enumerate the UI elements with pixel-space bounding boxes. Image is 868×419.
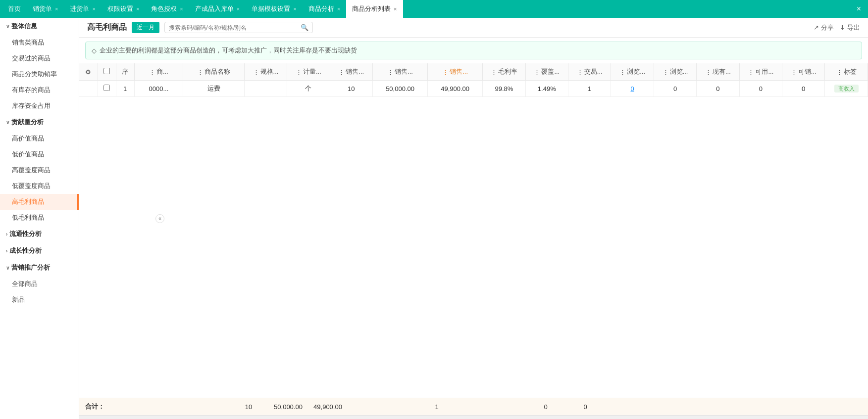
search-box: 🔍 (164, 22, 313, 33)
section-growth[interactable]: › 成长性分析 (0, 242, 79, 259)
nav-sales-order[interactable]: 销货单 × (27, 0, 64, 18)
cell-sales-cost: 49,900.00 (428, 81, 483, 97)
footer-sales-cost: 49,900.00 (308, 403, 348, 411)
footer-label: 合计： (85, 402, 125, 411)
cell-current-stock: 0 (697, 81, 739, 97)
section-arrow-overall: ∨ (6, 24, 9, 29)
close-template[interactable]: × (293, 6, 296, 12)
col-unit[interactable]: ⋮计量... (287, 63, 330, 81)
section-arrow-contribution: ∨ (6, 120, 9, 125)
sidebar-item-low-coverage[interactable]: 低覆盖度商品 (0, 178, 79, 194)
col-sku[interactable]: ⋮商... (134, 63, 183, 81)
cell-saleable-stock: 0 (782, 81, 825, 97)
footer-spacer3 (457, 403, 491, 411)
nav-template[interactable]: 单据模板设置 × (246, 0, 302, 18)
sidebar-collapse-toggle[interactable]: « (155, 214, 164, 223)
sidebar-item-in-stock[interactable]: 有库存的商品 (0, 82, 79, 98)
search-input[interactable] (169, 24, 301, 31)
table-header-row: ⚙ 序 ⋮商... ⋮商品名称 (79, 63, 868, 81)
section-contribution[interactable]: ∨ 贡献量分析 (0, 114, 79, 131)
close-production[interactable]: × (237, 6, 240, 12)
footer-sales-amount: 50,000.00 (268, 403, 308, 411)
col-browse1[interactable]: ⋮浏览... (611, 63, 654, 81)
close-product-analysis[interactable]: × (337, 6, 340, 12)
nav-product-analysis[interactable]: 商品分析 × (303, 0, 346, 18)
sidebar-item-high-value[interactable]: 高价值商品 (0, 131, 79, 146)
col-checkbox (98, 63, 116, 81)
section-arrow-growth: › (6, 248, 7, 254)
cell-settings (79, 81, 98, 97)
search-icon[interactable]: 🔍 (301, 24, 308, 31)
cell-gross-margin: 99.8% (483, 81, 525, 97)
sidebar-item-new-goods[interactable]: 新品 (0, 292, 79, 308)
close-purchase-order[interactable]: × (92, 6, 95, 12)
top-nav: 首页 销货单 × 进货单 × 权限设置 × 角色授权 × 产成品入库单 × 单据… (0, 0, 868, 18)
col-saleable-stock[interactable]: ⋮可销... (782, 63, 825, 81)
info-banner: ◇ 企业的主要的利润都是这部分商品创造的，可考虑加大推广，同时关注库存是不要出现… (85, 42, 862, 59)
close-role[interactable]: × (180, 6, 183, 12)
sidebar-item-sales-goods[interactable]: 销售类商品 (0, 35, 79, 50)
col-available-stock[interactable]: ⋮可用... (739, 63, 782, 81)
cell-sku: 0000... (134, 81, 183, 97)
sidebar-item-low-value[interactable]: 低价值商品 (0, 146, 79, 162)
col-settings[interactable]: ⚙ (79, 63, 98, 81)
nav-permission[interactable]: 权限设置 × (102, 0, 145, 18)
nav-purchase-order[interactable]: 进货单 × (64, 0, 101, 18)
select-all-checkbox[interactable] (103, 68, 110, 74)
data-table: ⚙ 序 ⋮商... ⋮商品名称 (79, 63, 868, 97)
section-liquidity[interactable]: › 流通性分析 (0, 226, 79, 242)
close-all-tabs[interactable]: × (852, 4, 866, 13)
col-spec[interactable]: ⋮规格... (244, 63, 287, 81)
header-actions: ↗ 分享 ⬇ 导出 (814, 23, 860, 32)
nav-home[interactable]: 首页 (2, 0, 27, 18)
col-current-stock[interactable]: ⋮现有... (697, 63, 739, 81)
col-sales-qty[interactable]: ⋮销售... (330, 63, 372, 81)
col-sales-amount[interactable]: ⋮销售... (373, 63, 428, 81)
col-name[interactable]: ⋮商品名称 (183, 63, 244, 81)
row-checkbox[interactable] (103, 85, 110, 91)
sidebar-item-high-coverage[interactable]: 高覆盖度商品 (0, 162, 79, 178)
export-icon: ⬇ (840, 24, 845, 31)
sidebar-item-all-goods[interactable]: 全部商品 (0, 276, 79, 292)
sidebar: ∨ 整体信息 销售类商品 交易过的商品 商品分类助销率 有库存的商品 库存资金占… (0, 18, 79, 419)
section-marketing[interactable]: ∨ 营销推广分析 (0, 259, 79, 276)
section-arrow-marketing: ∨ (6, 265, 9, 271)
close-product-analysis-list[interactable]: × (394, 6, 397, 12)
footer-sales-qty: 10 (229, 403, 268, 411)
share-button[interactable]: ↗ 分享 (814, 23, 834, 32)
table-footer: 合计： 10 50,000.00 49,900.00 1 0 0 (79, 398, 868, 415)
sidebar-item-traded-goods[interactable]: 交易过的商品 (0, 50, 79, 66)
footer-trade-count: 1 (417, 403, 457, 411)
period-button[interactable]: 近一月 (132, 22, 159, 33)
footer-saleable-stock: 0 (565, 403, 605, 411)
sidebar-item-high-margin[interactable]: 高毛利商品 (0, 194, 79, 210)
section-overall-info[interactable]: ∨ 整体信息 (0, 18, 79, 35)
share-icon: ↗ (814, 24, 819, 31)
export-button[interactable]: ⬇ 导出 (840, 23, 860, 32)
close-permission[interactable]: × (136, 6, 139, 12)
table-row: 1 0000... 运费 个 10 50,000.00 49,900.00 99… (79, 81, 868, 97)
sidebar-item-category-rate[interactable]: 商品分类助销率 (0, 66, 79, 82)
sidebar-item-stock-capital[interactable]: 库存资金占用 (0, 98, 79, 114)
footer-spacer1 (125, 403, 229, 411)
table-container: ⚙ 序 ⋮商... ⋮商品名称 (79, 63, 868, 398)
col-gross-margin[interactable]: ⋮毛利率 (483, 63, 525, 81)
close-sales-order[interactable]: × (55, 6, 58, 12)
nav-role[interactable]: 角色授权 × (145, 0, 189, 18)
nav-production[interactable]: 产成品入库单 × (189, 0, 246, 18)
nav-product-analysis-list[interactable]: 商品分析列表 × (346, 0, 403, 18)
cell-unit: 个 (287, 81, 330, 97)
cell-spec (244, 81, 287, 97)
col-sales-cost[interactable]: ⋮销售... (428, 63, 483, 81)
horizontal-scrollbar[interactable] (79, 415, 868, 419)
sidebar-item-low-margin[interactable]: 低毛利商品 (0, 210, 79, 226)
col-trade-count[interactable]: ⋮交易... (568, 63, 611, 81)
footer-cells: 10 50,000.00 49,900.00 1 0 0 (125, 403, 862, 411)
col-coverage[interactable]: ⋮覆盖... (525, 63, 568, 81)
col-tag[interactable]: ⋮标签 (825, 63, 868, 81)
section-arrow-liquidity: › (6, 232, 7, 237)
content-header: 高毛利商品 近一月 🔍 ↗ 分享 ⬇ 导出 (79, 18, 868, 38)
cell-name: 运费 (183, 81, 244, 97)
cell-browse1[interactable]: 0 (611, 81, 654, 97)
col-browse2[interactable]: ⋮浏览... (654, 63, 696, 81)
